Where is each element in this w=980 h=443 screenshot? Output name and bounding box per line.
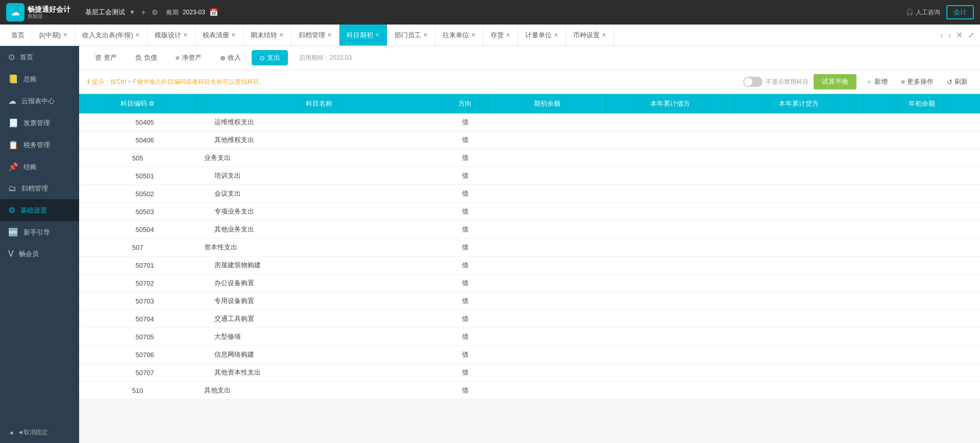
table-row[interactable]: 50703 专用设备购置 借 bbox=[79, 292, 980, 310]
cell-code: 50702 bbox=[79, 274, 196, 292]
table-row[interactable]: 50501 培训支出 借 bbox=[79, 167, 980, 185]
add-button[interactable]: ＋ 新增 bbox=[862, 75, 892, 88]
sub-tab-income[interactable]: ⊕ 收入 bbox=[212, 50, 249, 65]
cell-code: 50503 bbox=[79, 203, 196, 221]
tab-scroll-left-icon[interactable]: ‹ bbox=[939, 31, 944, 40]
sub-tab-equity[interactable]: ≡ 净资产 bbox=[168, 50, 209, 65]
sidebar-item-home[interactable]: ⊙ 首页 bbox=[0, 46, 79, 68]
sidebar-item-ledger[interactable]: 📒 总账 bbox=[0, 68, 79, 90]
refresh-button[interactable]: ↺ 刷新 bbox=[943, 75, 972, 88]
sidebar-item-label: 总账 bbox=[23, 75, 37, 84]
table-row[interactable]: 50705 大型修缮 借 bbox=[79, 328, 980, 346]
sidebar-item-vip[interactable]: V 畅会员 bbox=[0, 243, 79, 265]
table-row[interactable]: 507 资本性支出 借 bbox=[79, 239, 980, 257]
period-info: 启用期间：2023.03 bbox=[299, 54, 352, 62]
collapse-label: ◄取消固定 bbox=[17, 428, 48, 437]
service-button[interactable]: 🎧 人工咨询 bbox=[906, 8, 940, 17]
cell-ytd-debit bbox=[605, 239, 734, 257]
table-row[interactable]: 50406 其他维权支出 借 bbox=[79, 131, 980, 149]
sidebar-item-invoice[interactable]: 🧾 发票管理 bbox=[0, 112, 79, 134]
tab-scroll-right-icon[interactable]: › bbox=[947, 31, 952, 40]
sidebar-item-guide[interactable]: 🆕 新手引导 bbox=[0, 221, 79, 243]
settings-icon: ⚙ bbox=[8, 205, 15, 215]
tab-dept[interactable]: 部门员工 ✕ bbox=[387, 25, 435, 46]
tab-home[interactable]: 首页 bbox=[4, 25, 32, 46]
workspace-add-icon[interactable]: ＋ bbox=[139, 7, 148, 18]
workspace-setting-icon[interactable]: ⚙ bbox=[152, 8, 158, 16]
sub-tab-assets[interactable]: 资 资产 bbox=[87, 50, 125, 65]
tab-taxform[interactable]: 税表清册 ✕ bbox=[195, 25, 243, 46]
tab-expand-icon[interactable]: ⤢ bbox=[966, 30, 976, 40]
tab-bs[interactable]: β(中期) ✕ bbox=[32, 25, 75, 46]
ledger-icon: 📒 bbox=[8, 74, 18, 84]
tab-close-all-icon[interactable]: ✕ bbox=[954, 30, 964, 40]
main-layout: ⊙ 首页 📒 总账 ☁ 云报表中心 🧾 发票管理 📋 税务管理 📌 结账 🗂 归… bbox=[0, 46, 980, 443]
table-row[interactable]: 50706 信息网络购建 借 bbox=[79, 346, 980, 364]
tab-dept-close[interactable]: ✕ bbox=[423, 32, 428, 38]
sidebar-collapse-btn[interactable]: ◄ ◄取消固定 bbox=[0, 422, 79, 443]
tab-inventory-close[interactable]: ✕ bbox=[506, 32, 510, 38]
balance-button[interactable]: 试算平衡 bbox=[814, 74, 856, 89]
sidebar-item-reports[interactable]: ☁ 云报表中心 bbox=[0, 90, 79, 112]
cell-period-balance bbox=[488, 149, 605, 167]
tab-template[interactable]: 模版设计 ✕ bbox=[148, 25, 195, 46]
column-settings-icon[interactable]: ⚙ bbox=[149, 100, 155, 107]
tab-currency-close[interactable]: ✕ bbox=[602, 32, 606, 38]
tab-closing[interactable]: 期末结转 ✕ bbox=[243, 25, 291, 46]
tab-subject[interactable]: 科目期初 ✕ bbox=[339, 25, 387, 46]
cell-period-balance bbox=[488, 203, 605, 221]
table-row[interactable]: 50503 专项业务支出 借 bbox=[79, 203, 980, 221]
table-row[interactable]: 50707 其他资本性支出 借 bbox=[79, 364, 980, 382]
liability-label: 负债 bbox=[144, 53, 157, 62]
tab-income[interactable]: 收入支出表(年报) ✕ bbox=[75, 25, 148, 46]
sub-tab-liability[interactable]: 负 负债 bbox=[128, 50, 165, 65]
account-button[interactable]: 会计 bbox=[946, 5, 974, 19]
sidebar-item-tax[interactable]: 📋 税务管理 bbox=[0, 134, 79, 156]
tab-bs-close[interactable]: ✕ bbox=[63, 32, 67, 38]
cell-ytd-debit bbox=[605, 131, 734, 149]
cell-ytd-credit bbox=[734, 131, 863, 149]
table-row[interactable]: 50702 办公设备购置 借 bbox=[79, 274, 980, 292]
table-row[interactable]: 50704 交通工具购置 借 bbox=[79, 310, 980, 328]
table-row[interactable]: 510 其他支出 借 bbox=[79, 382, 980, 400]
tab-unit[interactable]: 计量单位 ✕ bbox=[518, 25, 566, 46]
table-row[interactable]: 50701 房屋建筑物购建 借 bbox=[79, 257, 980, 274]
table-row[interactable]: 50405 运维维权支出 借 bbox=[79, 113, 980, 131]
tab-unit-close[interactable]: ✕ bbox=[554, 32, 558, 38]
tab-archive-close[interactable]: ✕ bbox=[327, 32, 332, 38]
sidebar-item-label: 新手引导 bbox=[23, 228, 50, 237]
cell-ytd-balance bbox=[863, 257, 980, 274]
cell-ytd-balance bbox=[863, 221, 980, 239]
more-button[interactable]: ≡ 更多操作 bbox=[897, 75, 938, 88]
app-logo: ☁ 畅捷通好会计 旗舰版 bbox=[6, 3, 85, 21]
cell-code: 510 bbox=[79, 382, 196, 400]
tab-contacts-close[interactable]: ✕ bbox=[471, 32, 476, 38]
tab-taxform-close[interactable]: ✕ bbox=[231, 32, 236, 38]
table-row[interactable]: 50504 其他业务支出 借 bbox=[79, 221, 980, 239]
sidebar-item-settings[interactable]: ⚙ 基础设置 bbox=[0, 199, 79, 221]
period-calendar-icon[interactable]: 📅 bbox=[209, 8, 218, 16]
cell-ytd-balance bbox=[863, 185, 980, 203]
tab-template-close[interactable]: ✕ bbox=[183, 32, 188, 38]
workspace-dropdown-icon[interactable]: ▼ bbox=[129, 9, 135, 16]
sidebar-item-closing[interactable]: 📌 结账 bbox=[0, 156, 79, 178]
table-row[interactable]: 50502 会议支出 借 bbox=[79, 185, 980, 203]
table-row[interactable]: 505 业务支出 借 bbox=[79, 149, 980, 167]
tab-inventory[interactable]: 存货 ✕ bbox=[483, 25, 518, 46]
tab-subject-close[interactable]: ✕ bbox=[375, 32, 380, 38]
cell-direction: 借 bbox=[442, 149, 489, 167]
tab-currency[interactable]: 币种设置 ✕ bbox=[566, 25, 614, 46]
cell-code: 50704 bbox=[79, 310, 196, 328]
sidebar-item-archive[interactable]: 🗂 归档管理 bbox=[0, 178, 79, 199]
tab-closing-close[interactable]: ✕ bbox=[279, 32, 284, 38]
cell-ytd-credit bbox=[734, 185, 863, 203]
cell-ytd-credit bbox=[734, 346, 863, 364]
tab-archive[interactable]: 归档管理 ✕ bbox=[291, 25, 339, 46]
sub-tab-expenditure[interactable]: ⊙ 支出 bbox=[252, 50, 288, 65]
tab-contacts[interactable]: 往来单位 ✕ bbox=[435, 25, 483, 46]
tab-income-label: 收入支出表(年报) bbox=[82, 31, 133, 40]
cell-ytd-debit bbox=[605, 274, 734, 292]
disable-toggle[interactable] bbox=[743, 77, 763, 87]
th-direction: 方向 bbox=[442, 94, 489, 113]
tab-income-close[interactable]: ✕ bbox=[135, 32, 140, 38]
